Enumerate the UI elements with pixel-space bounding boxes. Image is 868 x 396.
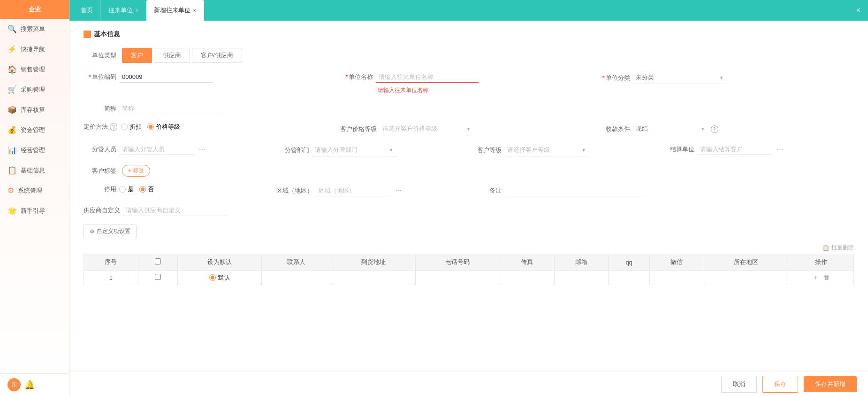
customer-price-level-select[interactable]: 请选择客户价格等级 ▼	[380, 123, 473, 135]
cell-qq	[609, 271, 649, 285]
sidebar-item-label: 资金管理	[21, 126, 45, 134]
unit-type-customer-btn[interactable]: 客户	[122, 48, 152, 63]
sidebar-item-search[interactable]: 🔍 搜索菜单	[0, 19, 69, 39]
short-name-row: 简称	[84, 103, 854, 114]
select-all-checkbox[interactable]	[155, 258, 161, 264]
payment-terms-arrow: ▼	[700, 126, 705, 132]
col-wechat: 微信	[649, 254, 704, 271]
supplier-custom-input[interactable]	[123, 205, 226, 216]
region-more-btn[interactable]: ···	[394, 186, 404, 195]
unit-category-select[interactable]: 未分类 ▼	[633, 71, 727, 84]
save-new-button[interactable]: 保存并新增	[804, 376, 857, 392]
sidebar-item-label: 新手引导	[21, 207, 45, 215]
radio-price-level-label: 价格等级	[156, 123, 180, 131]
row-checkbox[interactable]	[155, 274, 161, 280]
customer-price-level-placeholder: 请选择客户价格等级	[382, 124, 464, 133]
customer-level-select[interactable]: 请选择客户等级 ▼	[504, 144, 589, 156]
custom-settings-btn[interactable]: ⚙ 自定义项设置	[84, 225, 137, 238]
short-name-input[interactable]	[119, 103, 222, 114]
department-select[interactable]: 请输入分管部门 ▼	[312, 144, 396, 156]
sidebar-item-label: 采购管理	[21, 85, 45, 94]
department-label: 分管部门	[276, 146, 309, 155]
unit-category-value: 未分类	[636, 73, 717, 82]
sidebar-item-guide[interactable]: 🌟 新手引导	[0, 201, 69, 221]
section-title: 基本信息	[84, 30, 854, 39]
add-row-btn[interactable]: ＋	[813, 274, 819, 281]
sidebar-item-system[interactable]: ⚙ 系统管理	[0, 180, 69, 201]
manager-input[interactable]	[119, 144, 194, 155]
radio-disabled-yes[interactable]: 是	[119, 185, 134, 194]
save-button[interactable]: 保存	[762, 376, 798, 393]
region-input[interactable]	[316, 185, 391, 196]
customer-price-level-arrow: ▼	[466, 126, 471, 132]
radio-disabled-no-label: 否	[148, 185, 154, 194]
unit-name-label: 单位名称	[340, 73, 373, 81]
payment-terms-help-icon[interactable]: ?	[711, 125, 718, 133]
settlement-unit-label: 结算单位	[662, 145, 694, 154]
bulk-delete-label[interactable]: 批量删除	[831, 244, 854, 252]
cancel-button[interactable]: 取消	[721, 376, 757, 393]
pricing-method-label: 定价方法 ?	[84, 123, 117, 131]
row-default-label: 默认	[218, 273, 230, 282]
sales-icon: 🏠	[8, 65, 17, 74]
payment-terms-label: 收款条件	[597, 125, 630, 133]
manager-row: 分管人员 ··· 分管部门 请输入分管部门 ▼ 客户等级 请选择客户等级 ▼	[84, 144, 854, 156]
radio-disabled-yes-circle	[119, 186, 126, 193]
tab-new-partner-close[interactable]: ×	[193, 8, 196, 13]
tab-new-partner[interactable]: 新增往来单位 ×	[146, 0, 204, 21]
section-icon	[84, 31, 91, 38]
radio-disabled-no-circle	[139, 186, 146, 193]
tabs-bar: 首页 往来单位 × 新增往来单位 × ×	[69, 0, 868, 21]
payment-terms-select[interactable]: 现结 ▼	[633, 123, 708, 135]
bulk-delete-icon: 📋	[822, 245, 830, 251]
row-default-radio[interactable]: 默认	[183, 273, 257, 282]
customer-level-label: 客户等级	[469, 146, 502, 155]
unit-code-input[interactable]	[119, 71, 213, 83]
code-name-category-row: 单位编码 单位名称 请输入往来单位名称 单位分类 未分类 ▼	[84, 71, 854, 94]
cell-address	[331, 271, 416, 285]
sidebar-item-label: 快捷导航	[21, 45, 45, 54]
radio-disabled-no[interactable]: 否	[139, 185, 154, 194]
unit-code-label: 单位编码	[84, 73, 116, 81]
tab-home[interactable]: 首页	[73, 0, 101, 21]
remark-input[interactable]	[504, 185, 645, 196]
tab-home-label: 首页	[81, 6, 93, 15]
unit-type-supplier-btn[interactable]: 供应商	[154, 48, 190, 63]
unit-name-error: 请输入往来单位名称	[378, 86, 428, 94]
sidebar-item-finance[interactable]: 💰 资金管理	[0, 120, 69, 140]
manager-more-btn[interactable]: ···	[197, 145, 207, 154]
guide-icon: 🌟	[8, 206, 17, 215]
add-tag-btn[interactable]: + 标签	[122, 165, 150, 177]
pricing-help-icon[interactable]: ?	[110, 123, 117, 131]
gear-icon: ⚙	[90, 228, 95, 235]
main-area: 首页 往来单位 × 新增往来单位 × × 基本信息 单位类型 客户 供应商	[69, 0, 868, 396]
sidebar-item-basics[interactable]: 📋 基础信息	[0, 160, 69, 180]
disabled-label: 停用	[84, 185, 116, 194]
customer-price-level-label: 客户价格等级	[340, 125, 377, 133]
settlement-unit-input[interactable]	[697, 144, 772, 155]
cell-phone	[416, 271, 500, 285]
main-close-button[interactable]: ×	[853, 6, 864, 15]
tab-partners-label: 往来单位	[108, 6, 133, 15]
sidebar-item-quick-nav[interactable]: ⚡ 快捷导航	[0, 39, 69, 59]
unit-type-both-btn[interactable]: 客户/供应商	[192, 48, 242, 63]
sidebar-item-purchase[interactable]: 🛒 采购管理	[0, 79, 69, 100]
basics-icon: 📋	[8, 166, 17, 175]
sidebar-item-label: 库存核算	[21, 106, 45, 114]
sidebar-item-sales[interactable]: 🏠 销售管理	[0, 59, 69, 79]
notifications-icon[interactable]: 🔔	[24, 380, 35, 390]
sidebar-item-inventory[interactable]: 📦 库存核算	[0, 100, 69, 120]
radio-price-level[interactable]: 价格等级	[147, 123, 180, 131]
settlement-unit-more-btn[interactable]: ···	[775, 145, 785, 154]
tab-partners[interactable]: 往来单位 ×	[101, 0, 146, 21]
system-icon: ⚙	[8, 186, 14, 195]
sidebar-item-operations[interactable]: 📊 经营管理	[0, 140, 69, 160]
tab-partners-close[interactable]: ×	[136, 8, 138, 13]
col-qq: qq	[609, 254, 649, 271]
delete-row-btn[interactable]: 🗑	[823, 274, 830, 281]
col-email: 邮箱	[554, 254, 609, 271]
customer-tag-label: 客户标签	[84, 167, 116, 175]
radio-discount[interactable]: 折扣	[121, 123, 142, 131]
unit-name-input[interactable]	[376, 71, 479, 83]
radio-price-level-circle	[147, 124, 154, 130]
